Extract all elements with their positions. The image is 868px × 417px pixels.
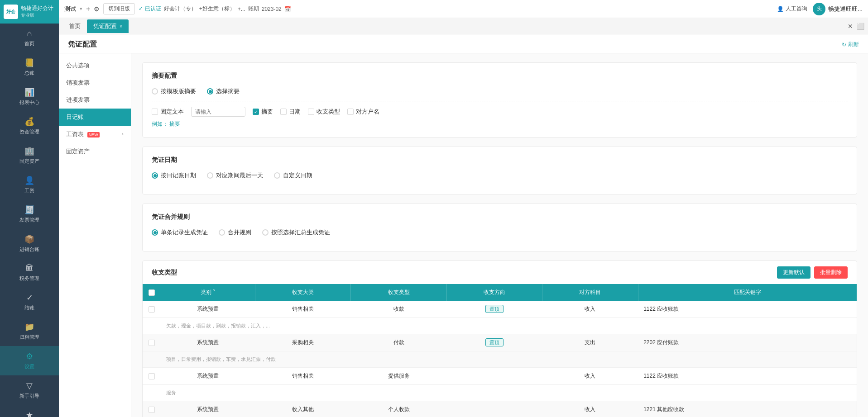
date-title: 凭证日期 [152, 156, 848, 164]
sales-purchase-icon: 📦 [24, 234, 34, 244]
invoice-icon: 🧾 [24, 205, 34, 215]
reports-icon: 📊 [24, 87, 34, 97]
radio-journal-date-label: 按日记账日期 [161, 171, 196, 180]
select-all-checkbox[interactable] [149, 289, 155, 296]
tab-close-button[interactable]: × [120, 24, 122, 29]
batch-delete-button[interactable]: 批量删除 [814, 266, 848, 279]
topbar-dropdown-arrow[interactable]: ▾ [80, 6, 82, 12]
table-row: 系统预置 收入其他 个人收款 收入 1221 其他应收款 [143, 401, 857, 417]
row3-direction: 收入 [542, 368, 638, 385]
sidebar-item-home[interactable]: ⌂ 首页 [0, 24, 59, 52]
sidebar-nav: ⌂ 首页 📒 总账 📊 报表中心 💰 资金管理 🏢 固定资产 👤 工资 🧾 发票… [0, 24, 59, 417]
sidebar-item-invoice[interactable]: 🧾 发票管理 [0, 199, 59, 229]
row2-tag[interactable]: 置顶 [485, 338, 504, 346]
checkbox-summary-label: 摘要 [261, 108, 273, 116]
radio-select-summary[interactable]: 选择摘要 [207, 87, 240, 95]
tab-home[interactable]: 首页 [62, 19, 87, 33]
sidebar-item-reports[interactable]: 📊 报表中心 [0, 82, 59, 111]
topbar-add-button[interactable]: + [86, 5, 90, 13]
row4-type: 个人收款 [351, 401, 446, 417]
th-checkbox[interactable] [143, 284, 161, 301]
app-logo: 好会 畅捷通好会计 专业版 [0, 0, 59, 24]
sidebar-label-settings: 设置 [24, 363, 34, 370]
row3-checkbox[interactable] [143, 368, 161, 385]
service-button[interactable]: 👤 人工咨询 [777, 5, 807, 13]
row1-tag[interactable]: 置顶 [485, 305, 504, 313]
old-version-button[interactable]: 切到旧版 [103, 3, 135, 14]
sidebar-item-salary[interactable]: 👤 工资 [0, 170, 59, 199]
sidebar-item-funds[interactable]: 💰 资金管理 [0, 111, 59, 141]
left-nav-payroll[interactable]: 工资表 NEW › [59, 126, 131, 143]
test-name: 测试 [64, 5, 76, 13]
row1-checkbox[interactable] [143, 301, 161, 318]
close-all-button[interactable]: ✕ [848, 23, 853, 30]
refresh-icon: ↻ [842, 42, 846, 48]
radio-custom-circle [274, 172, 280, 179]
sidebar-item-settings[interactable]: ⚙ 设置 [0, 346, 59, 375]
tab-voucher-config[interactable]: 凭证配置 × [87, 19, 129, 33]
income-expense-section: 收支类型 更新默认 批量删除 [142, 261, 857, 417]
row2-check-box[interactable] [149, 340, 155, 346]
th-category: 类别 ˅ [161, 284, 255, 301]
sidebar-label-settle: 结账 [24, 304, 34, 311]
radio-summary-gen-circle [262, 229, 269, 236]
update-default-button[interactable]: 更新默认 [777, 266, 810, 279]
badge-haoshenyi: +好生意（标） [199, 5, 235, 13]
example-prefix: 例如： [152, 121, 168, 127]
topbar-settings-button[interactable]: ⚙ [94, 5, 100, 13]
checkbox-summary[interactable]: ✓ 摘要 [253, 108, 273, 116]
checkbox-fixed-text-box [152, 109, 158, 115]
checkbox-type[interactable]: 收支类型 [308, 108, 340, 116]
topbar-badges: ✓ 已认证 好会计（专） +好生意（标） +... 账期 2023-02 📅 [139, 5, 291, 13]
sidebar-item-sales-purchase[interactable]: 📦 进销台账 [0, 229, 59, 258]
left-nav-journal[interactable]: 日记账 [59, 109, 131, 126]
main-area: 测试 ▾ + ⚙ 切到旧版 ✓ 已认证 好会计（专） +好生意（标） +... … [59, 0, 868, 417]
sidebar-item-fixed-assets[interactable]: 🏢 固定资产 [0, 141, 59, 170]
checkbox-date[interactable]: 日期 [280, 108, 301, 116]
sidebar-label-sales-purchase: 进销台账 [19, 246, 39, 253]
radio-period-last-label: 对应期间最后一天 [216, 171, 263, 180]
row1-account-direction: 收入 [542, 301, 638, 318]
row1-check-box[interactable] [149, 306, 155, 313]
radio-custom-date[interactable]: 自定义日期 [274, 171, 312, 180]
radio-journal-date[interactable]: 按日记账日期 [152, 171, 196, 180]
left-nav-public[interactable]: 公共选项 [59, 57, 131, 74]
example-text: 例如： 摘要 [152, 120, 848, 128]
sidebar-label-ledger: 总账 [24, 70, 34, 76]
row2-checkbox[interactable] [143, 334, 161, 351]
checkbox-counterparty[interactable]: 对方户名 [347, 108, 379, 116]
sidebar-item-tax[interactable]: 🏛 税务管理 [0, 258, 59, 287]
left-nav-purchase-invoice[interactable]: 进项发票 [59, 91, 131, 109]
sidebar-label-funds: 资金管理 [19, 128, 39, 135]
th-keywords: 匹配关键字 [638, 284, 857, 301]
tabbar: 首页 凭证配置 × ✕ ⬜ [59, 18, 868, 34]
maximize-button[interactable]: ⬜ [857, 23, 864, 30]
row3-check-box[interactable] [149, 373, 155, 379]
fixed-text-input[interactable] [191, 107, 245, 117]
main-panel: 摘要配置 按模板版摘要 选择摘要 [131, 53, 868, 417]
row3-account: 1122 应收账款 [638, 368, 857, 385]
left-nav-fixed-assets[interactable]: 固定资产 [59, 143, 131, 160]
refresh-button[interactable]: ↻ 刷新 [842, 41, 859, 48]
radio-period-last[interactable]: 对应期间最后一天 [207, 171, 263, 180]
summary-radio-group: 按模板版摘要 选择摘要 [152, 87, 848, 95]
sidebar-item-member[interactable]: ★ 畅会员 [0, 405, 59, 417]
row4-check-box[interactable] [149, 407, 155, 413]
user-button[interactable]: 头 畅捷通旺旺... [813, 3, 863, 15]
sidebar-item-general-ledger[interactable]: 📒 总账 [0, 52, 59, 82]
sidebar-item-settle[interactable]: ✓ 结账 [0, 287, 59, 317]
row4-checkbox[interactable] [143, 401, 161, 417]
checkbox-type-label: 收支类型 [317, 108, 340, 116]
radio-template-summary[interactable]: 按模板版摘要 [152, 87, 196, 95]
radio-summary-generate[interactable]: 按照选择汇总生成凭证 [262, 228, 330, 237]
content-body: 公共选项 销项发票 进项发票 日记账 工资表 NEW › 固定资产 摘要配置 [59, 53, 868, 417]
left-nav-sales-invoice[interactable]: 销项发票 [59, 74, 131, 91]
row2-account: 2202 应付账款 [638, 334, 857, 351]
row2-major-type: 采购相关 [255, 334, 351, 351]
sidebar-label-fixed-assets: 固定资产 [19, 158, 39, 165]
radio-merge-rule[interactable]: 合并规则 [219, 228, 251, 237]
sidebar-item-guide[interactable]: ▽ 新手引导 [0, 375, 59, 405]
radio-single-record[interactable]: 单条记录生成凭证 [152, 228, 208, 237]
sidebar-item-archive[interactable]: 📁 归档管理 [0, 317, 59, 346]
checkbox-fixed-text[interactable]: 固定文本 [152, 108, 184, 116]
